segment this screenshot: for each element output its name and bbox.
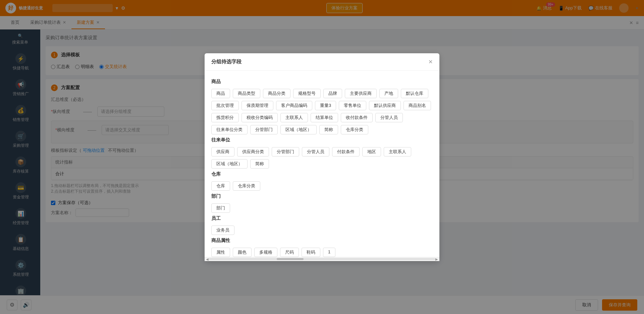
scroll-thumb-h[interactable] bbox=[277, 258, 304, 260]
field-tag-goods-17[interactable]: 主联系人 bbox=[280, 113, 308, 122]
modal-body: 商品商品商品类型商品分类规格型号品牌主要供应商产地默认仓库批次管理保质期管理客户… bbox=[205, 71, 439, 257]
modal-dialog: 分组待选字段 ✕ 商品商品商品类型商品分类规格型号品牌主要供应商产地默认仓库批次… bbox=[205, 53, 439, 261]
field-tag-warehouse-0[interactable]: 仓库 bbox=[211, 181, 230, 191]
modal-close-btn[interactable]: ✕ bbox=[428, 59, 433, 65]
field-tag-product-attr-1[interactable]: 颜色 bbox=[233, 248, 252, 257]
modal-overlay: 分组待选字段 ✕ 商品商品商品类型商品分类规格型号品牌主要供应商产地默认仓库批次… bbox=[0, 0, 644, 314]
field-grid-employee: 业务员 bbox=[211, 226, 433, 235]
field-tag-goods-7[interactable]: 默认仓库 bbox=[401, 89, 428, 98]
field-tag-product-attr-0[interactable]: 属性 bbox=[211, 248, 230, 257]
field-grid-product-attr: 属性颜色多规格尺码鞋码1 bbox=[211, 248, 433, 257]
field-tag-goods-4[interactable]: 品牌 bbox=[323, 89, 342, 98]
field-tag-product-attr-5[interactable]: 1 bbox=[323, 248, 335, 257]
field-tag-goods-16[interactable]: 税收分类编码 bbox=[241, 113, 278, 122]
field-tag-goods-21[interactable]: 往来单位分类 bbox=[211, 125, 248, 134]
field-tag-goods-22[interactable]: 分管部门 bbox=[250, 125, 278, 134]
field-tag-partners-7[interactable]: 区域（地区） bbox=[211, 159, 248, 169]
scroll-track-h bbox=[209, 258, 435, 260]
field-tag-goods-20[interactable]: 分管人员 bbox=[375, 113, 403, 122]
section-title-warehouse: 仓库 bbox=[211, 171, 433, 177]
modal-horizontal-scrollbar[interactable]: ◀ ▶ bbox=[205, 257, 439, 261]
field-tag-partners-8[interactable]: 简称 bbox=[250, 159, 269, 169]
field-tag-partners-1[interactable]: 供应商分类 bbox=[237, 147, 269, 156]
field-tag-partners-5[interactable]: 地区 bbox=[362, 147, 381, 156]
field-tag-employee-0[interactable]: 业务员 bbox=[211, 226, 234, 235]
field-tag-goods-5[interactable]: 主要供应商 bbox=[345, 89, 377, 98]
field-tag-partners-3[interactable]: 分管人员 bbox=[302, 147, 329, 156]
field-grid-department: 部门 bbox=[211, 203, 433, 213]
field-tag-product-attr-4[interactable]: 鞋码 bbox=[302, 248, 320, 257]
field-tag-partners-2[interactable]: 分管部门 bbox=[272, 147, 299, 156]
field-tag-goods-8[interactable]: 批次管理 bbox=[211, 101, 239, 110]
field-tag-goods-14[interactable]: 商品别名 bbox=[404, 101, 431, 110]
field-tag-goods-3[interactable]: 规格型号 bbox=[293, 89, 321, 98]
field-tag-goods-11[interactable]: 重量3 bbox=[315, 101, 336, 110]
field-tag-partners-0[interactable]: 供应商 bbox=[211, 147, 234, 156]
section-title-goods: 商品 bbox=[211, 79, 433, 85]
field-tag-partners-6[interactable]: 主联系人 bbox=[384, 147, 411, 156]
field-tag-goods-1[interactable]: 商品类型 bbox=[233, 89, 260, 98]
modal-header: 分组待选字段 ✕ bbox=[205, 53, 439, 71]
section-title-partners: 往来单位 bbox=[211, 137, 433, 143]
section-title-product-attr: 商品属性 bbox=[211, 238, 433, 244]
field-tag-goods-23[interactable]: 区域（地区） bbox=[280, 125, 317, 134]
section-title-employee: 员工 bbox=[211, 215, 433, 222]
section-title-department: 部门 bbox=[211, 193, 433, 199]
field-tag-goods-25[interactable]: 仓库分类 bbox=[341, 125, 368, 134]
field-tag-goods-0[interactable]: 商品 bbox=[211, 89, 230, 98]
field-tag-goods-12[interactable]: 零售单位 bbox=[339, 101, 366, 110]
field-tag-goods-2[interactable]: 商品分类 bbox=[263, 89, 290, 98]
field-grid-warehouse: 仓库仓库分类 bbox=[211, 181, 433, 191]
scroll-right-btn[interactable]: ▶ bbox=[435, 257, 438, 261]
field-tag-warehouse-1[interactable]: 仓库分类 bbox=[233, 181, 260, 191]
scroll-left-btn[interactable]: ◀ bbox=[206, 257, 209, 261]
field-tag-product-attr-3[interactable]: 尺码 bbox=[280, 248, 299, 257]
field-tag-goods-6[interactable]: 产地 bbox=[379, 89, 398, 98]
field-grid-goods: 商品商品类型商品分类规格型号品牌主要供应商产地默认仓库批次管理保质期管理客户商品… bbox=[211, 89, 433, 134]
modal-title: 分组待选字段 bbox=[211, 59, 241, 65]
field-grid-partners: 供应商供应商分类分管部门分管人员付款条件地区主联系人区域（地区）简称 bbox=[211, 147, 433, 169]
field-tag-product-attr-2[interactable]: 多规格 bbox=[254, 248, 277, 257]
field-tag-goods-9[interactable]: 保质期管理 bbox=[241, 101, 273, 110]
field-tag-goods-18[interactable]: 结算单位 bbox=[311, 113, 338, 122]
field-tag-goods-13[interactable]: 默认供应商 bbox=[369, 101, 401, 110]
field-tag-partners-4[interactable]: 付款条件 bbox=[332, 147, 360, 156]
field-tag-goods-24[interactable]: 简称 bbox=[319, 125, 338, 134]
field-tag-department-0[interactable]: 部门 bbox=[211, 203, 230, 213]
field-tag-goods-19[interactable]: 收付款条件 bbox=[341, 113, 373, 122]
field-tag-goods-10[interactable]: 客户商品编码 bbox=[276, 101, 312, 110]
field-tag-goods-15[interactable]: 拣货积分 bbox=[211, 113, 239, 122]
